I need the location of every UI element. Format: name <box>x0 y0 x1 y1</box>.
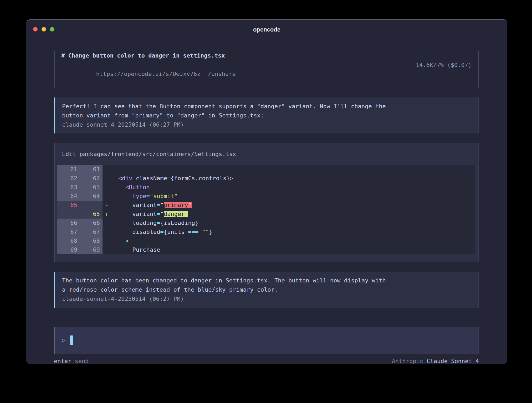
code-line: <div className={formCs.controls}> <box>111 174 475 183</box>
line-number-gutter: 6767 <box>57 228 103 236</box>
old-line-number: 68 <box>57 236 80 245</box>
diff-marker <box>103 245 111 254</box>
new-line-number: 67 <box>80 228 103 236</box>
text-cursor <box>70 335 73 345</box>
diff-row: 65+ variant="danger" <box>57 210 475 219</box>
code-line: disabled={units === ""} <box>111 228 475 236</box>
diff-row: 6868 > <box>57 236 475 245</box>
new-line-number: 69 <box>80 245 103 254</box>
diff-marker <box>103 219 111 228</box>
traffic-lights <box>33 27 54 32</box>
diff-row: 6666 loading={isLoading} <box>57 219 475 228</box>
new-line-number: 63 <box>80 183 103 192</box>
diff-row: 6262 <div className={formCs.controls}> <box>57 174 475 183</box>
edit-tool-block: Edit packages/frontend/src/containers/Se… <box>54 143 479 262</box>
line-number-gutter: 6161 <box>57 165 103 174</box>
line-number-gutter: 6262 <box>57 174 103 183</box>
message-line: Perfect! I can see that the Button compo… <box>62 102 472 111</box>
code-line <box>111 165 475 174</box>
new-line-number: 61 <box>80 165 103 174</box>
message-line: button variant from "primary" to "danger… <box>62 111 472 120</box>
unshare-command[interactable]: /unshare <box>208 71 236 77</box>
diff-marker <box>103 183 111 192</box>
diff-row: 6161 <box>57 165 475 174</box>
diff-marker: + <box>103 210 111 219</box>
old-line-number: 67 <box>57 228 80 236</box>
share-url-row: https://opencode.ai/s/UwJxv76z/unshare <box>61 61 236 87</box>
minimize-window-button[interactable] <box>42 27 46 32</box>
message-line: The button color has been changed to dan… <box>62 276 472 285</box>
line-number-gutter: 6969 <box>57 245 103 254</box>
window-titlebar: opencode <box>26 20 507 35</box>
line-number-gutter: 6363 <box>57 183 103 192</box>
new-line-number <box>80 201 103 210</box>
diff-marker <box>103 228 111 236</box>
line-number-gutter: 6464 <box>57 192 103 201</box>
old-line-number <box>57 210 80 219</box>
diff-table: 61616262 <div className={formCs.controls… <box>57 165 475 254</box>
diff-row: 6969 Purchase <box>57 245 475 254</box>
diff-row: 65- variant="primary" <box>57 201 475 210</box>
line-number-gutter: 6666 <box>57 219 103 228</box>
old-line-number: 69 <box>57 245 80 254</box>
code-line: variant="danger" <box>111 210 475 219</box>
line-number-gutter: 65 <box>57 201 103 210</box>
old-line-number: 65 <box>57 201 80 210</box>
old-line-number: 63 <box>57 183 80 192</box>
message-model-meta: claude-sonnet-4-20250514 (06:27 PM) <box>62 294 472 303</box>
diff-row: 6464 type="submit" <box>57 192 475 201</box>
code-line: > <box>111 236 475 245</box>
message-line: a red/rose color scheme instead of the b… <box>62 285 472 294</box>
diff-marker <box>103 174 111 183</box>
prompt-input[interactable]: > <box>54 327 479 354</box>
code-line: Purchase <box>111 245 475 254</box>
close-window-button[interactable] <box>33 27 38 32</box>
diff-marker <box>103 165 111 174</box>
edit-tool-title: Edit packages/frontend/src/containers/Se… <box>55 150 475 159</box>
old-line-number: 64 <box>57 192 80 201</box>
old-line-number: 62 <box>57 174 80 183</box>
diff-marker <box>103 192 111 201</box>
window-title: opencode <box>253 26 280 33</box>
opencode-window: opencode # Change button color to danger… <box>26 19 507 364</box>
code-line: loading={isLoading} <box>111 219 475 228</box>
active-model: Anthropic Claude Sonnet 4 <box>392 357 479 364</box>
code-line: <Button <box>111 183 475 192</box>
terminal-content: # Change button color to danger in setti… <box>26 35 507 364</box>
share-url-link[interactable]: https://opencode.ai/s/UwJxv76z <box>96 71 200 77</box>
new-line-number: 62 <box>80 174 103 183</box>
diff-marker <box>103 236 111 245</box>
diff-marker: - <box>103 201 111 210</box>
assistant-message: The button color has been changed to dan… <box>54 272 479 308</box>
diff-row: 6767 disabled={units === ""} <box>57 228 475 236</box>
new-line-number: 64 <box>80 192 103 201</box>
line-number-gutter: 6868 <box>57 236 103 245</box>
session-title: # Change button color to danger in setti… <box>61 51 472 61</box>
input-hints-row: enter send Anthropic Claude Sonnet 4 <box>54 357 479 364</box>
line-number-gutter: 65 <box>57 210 103 219</box>
new-line-number: 66 <box>80 219 103 228</box>
new-line-number: 65 <box>80 210 103 219</box>
new-line-number: 68 <box>80 236 103 245</box>
zoom-window-button[interactable] <box>50 27 54 32</box>
assistant-message: Perfect! I can see that the Button compo… <box>54 97 479 133</box>
send-hint: enter send <box>54 357 89 364</box>
prompt-chevron: > <box>62 335 65 345</box>
message-model-meta: claude-sonnet-4-20250514 (06:27 PM) <box>62 120 472 129</box>
code-line: type="submit" <box>111 192 475 201</box>
diff-row: 6363 <Button <box>57 183 475 192</box>
context-usage: 14.6K/7% ($0.07) <box>416 61 472 87</box>
old-line-number: 61 <box>57 165 80 174</box>
session-header: # Change button color to danger in setti… <box>54 51 479 87</box>
old-line-number: 66 <box>57 219 80 228</box>
code-line: variant="primary" <box>111 201 475 210</box>
